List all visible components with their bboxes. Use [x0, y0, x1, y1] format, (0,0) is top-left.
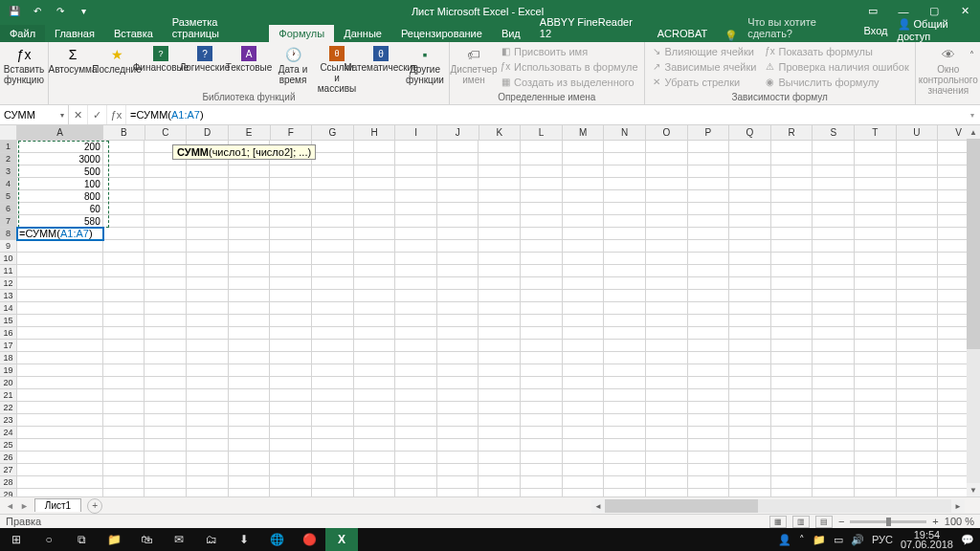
- cell[interactable]: [479, 141, 521, 153]
- col-header-R[interactable]: R: [771, 125, 813, 141]
- cell[interactable]: [395, 427, 437, 439]
- cell[interactable]: [479, 215, 521, 228]
- cell[interactable]: [312, 290, 354, 302]
- taskbar-item[interactable]: X: [325, 528, 358, 551]
- cell[interactable]: [17, 253, 103, 265]
- cell[interactable]: [521, 352, 563, 364]
- cell[interactable]: [103, 153, 145, 165]
- taskbar-item[interactable]: 🛍: [130, 528, 163, 551]
- grid-body[interactable]: 12002300035004100580066075808=СУММ(A1:A7…: [0, 141, 980, 496]
- cell[interactable]: [729, 327, 771, 340]
- cell[interactable]: [103, 302, 145, 315]
- cell[interactable]: [688, 427, 730, 439]
- cell[interactable]: [270, 414, 312, 427]
- cell[interactable]: [17, 389, 103, 402]
- cell[interactable]: [729, 389, 771, 402]
- cell[interactable]: [103, 290, 145, 302]
- cell[interactable]: [479, 489, 521, 496]
- cell[interactable]: [563, 427, 605, 439]
- cell[interactable]: [771, 389, 813, 402]
- cell[interactable]: [604, 290, 646, 302]
- tab-acrobat[interactable]: ACROBAT: [648, 25, 717, 42]
- cell[interactable]: [229, 464, 271, 476]
- cell[interactable]: [270, 439, 312, 452]
- cell[interactable]: [521, 389, 563, 402]
- cell[interactable]: [729, 364, 771, 377]
- cell[interactable]: [145, 439, 187, 452]
- cell[interactable]: [395, 389, 437, 402]
- cell[interactable]: [312, 141, 354, 153]
- cell[interactable]: [395, 340, 437, 352]
- cell[interactable]: [521, 489, 563, 496]
- cell[interactable]: [897, 489, 939, 496]
- cell[interactable]: [813, 414, 855, 427]
- col-header-K[interactable]: K: [479, 125, 522, 141]
- chevron-down-icon[interactable]: ▾: [60, 111, 64, 120]
- cell[interactable]: [270, 476, 312, 489]
- cell[interactable]: [563, 439, 605, 452]
- row-header[interactable]: 17: [0, 340, 17, 352]
- cell[interactable]: [145, 215, 187, 228]
- cell[interactable]: [312, 215, 354, 228]
- cell[interactable]: [395, 489, 437, 496]
- cell[interactable]: [604, 402, 646, 414]
- taskbar-item[interactable]: 🗂: [195, 528, 228, 551]
- cell[interactable]: [479, 464, 521, 476]
- cell[interactable]: [813, 228, 855, 240]
- row-header[interactable]: 13: [0, 290, 17, 302]
- cell[interactable]: [521, 377, 563, 389]
- cell[interactable]: [521, 253, 563, 265]
- cell[interactable]: [437, 228, 479, 240]
- tray-volume-icon[interactable]: 🔊: [851, 534, 864, 546]
- cell[interactable]: [187, 228, 229, 240]
- cell[interactable]: [729, 402, 771, 414]
- cell[interactable]: [646, 489, 688, 496]
- cell[interactable]: [897, 178, 939, 190]
- cell[interactable]: [646, 315, 688, 327]
- cell[interactable]: [813, 277, 855, 290]
- cell[interactable]: [229, 402, 271, 414]
- cell[interactable]: [354, 340, 396, 352]
- sheet-nav-prev-icon[interactable]: ◄: [6, 501, 14, 511]
- cell[interactable]: [729, 427, 771, 439]
- save-icon[interactable]: 💾: [6, 3, 23, 20]
- cell[interactable]: [729, 203, 771, 215]
- cell[interactable]: [103, 178, 145, 190]
- cell[interactable]: [646, 141, 688, 153]
- cell[interactable]: [646, 464, 688, 476]
- taskbar-item[interactable]: ✉: [163, 528, 195, 551]
- row-header[interactable]: 16: [0, 327, 17, 340]
- cell[interactable]: [103, 190, 145, 203]
- taskbar-item[interactable]: ⊞: [0, 528, 33, 551]
- cell[interactable]: 800: [17, 190, 103, 203]
- cell[interactable]: [897, 389, 939, 402]
- cell[interactable]: [437, 203, 479, 215]
- cell[interactable]: [395, 228, 437, 240]
- cell[interactable]: [437, 315, 479, 327]
- cell[interactable]: [604, 476, 646, 489]
- row-header[interactable]: 26: [0, 452, 17, 464]
- cell[interactable]: [187, 277, 229, 290]
- cell[interactable]: [17, 439, 103, 452]
- col-header-A[interactable]: A: [17, 125, 103, 141]
- cell[interactable]: [729, 153, 771, 165]
- cell[interactable]: [855, 489, 897, 496]
- cell[interactable]: [395, 315, 437, 327]
- cell[interactable]: [563, 315, 605, 327]
- cell[interactable]: [479, 427, 521, 439]
- cell[interactable]: [855, 452, 897, 464]
- col-header-M[interactable]: M: [563, 125, 605, 141]
- cell[interactable]: [270, 327, 312, 340]
- cell[interactable]: [897, 402, 939, 414]
- cell[interactable]: 500: [17, 165, 103, 178]
- cell[interactable]: [187, 253, 229, 265]
- cell[interactable]: [563, 290, 605, 302]
- cell[interactable]: [229, 452, 271, 464]
- cell[interactable]: [729, 228, 771, 240]
- tell-me-input[interactable]: Что вы хотите сделать?: [738, 13, 863, 42]
- autosum-button[interactable]: ΣАвтосумма: [53, 44, 93, 75]
- cell[interactable]: [604, 228, 646, 240]
- cell[interactable]: [312, 302, 354, 315]
- cell[interactable]: [270, 228, 312, 240]
- cell[interactable]: [479, 277, 521, 290]
